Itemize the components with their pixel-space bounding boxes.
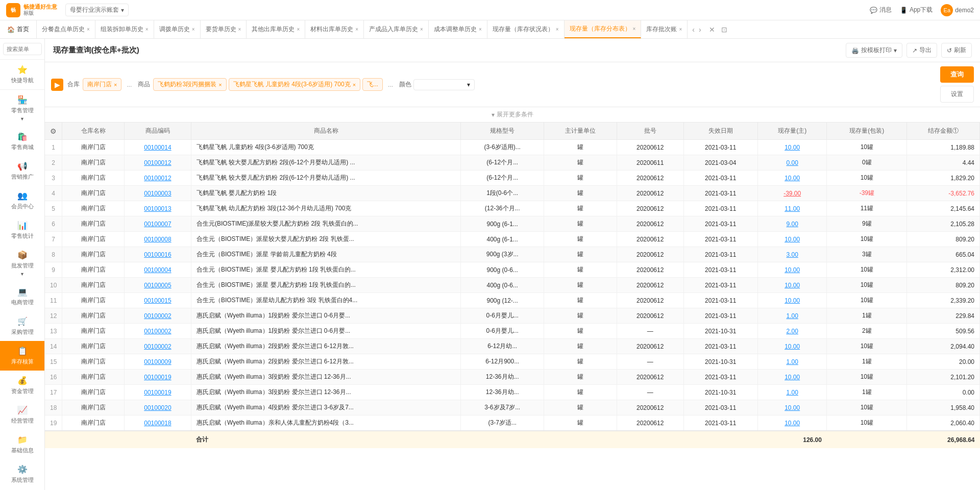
cell-warehouse: 南岸门店: [62, 278, 125, 293]
tab-yaohuo-history[interactable]: 要货单历史 ×: [201, 20, 247, 38]
cell-amount: 2,094.40: [907, 339, 980, 354]
tab-xianzailiang-fenbiao[interactable]: 现存量（库存分布表） ×: [565, 20, 642, 38]
cell-qty-main: 3.00: [757, 247, 827, 262]
sidebar-item-retail-mgmt[interactable]: 🏪 零售管理 ▼: [0, 90, 44, 127]
industry-selector[interactable]: 母婴行业演示账套 ▾: [65, 4, 129, 16]
message-action[interactable]: 💬 消息: [870, 6, 892, 14]
app-download-action[interactable]: 📱 App下载: [900, 6, 933, 14]
tab-kucun-pici[interactable]: 库存批次账 ×: [641, 20, 688, 38]
tab-chancheng-history[interactable]: 产成品入库单历史 ×: [364, 20, 429, 38]
cell-no: 14: [45, 339, 62, 354]
sidebar-item-ecommerce-mgmt[interactable]: 💻 电商管理: [0, 282, 44, 311]
tab-qita-close[interactable]: ×: [297, 27, 300, 32]
tab-kucun-pici-close[interactable]: ×: [679, 27, 682, 32]
sidebar-item-finance-mgmt[interactable]: 💰 资金管理: [0, 371, 44, 400]
tab-fenpi-close[interactable]: ×: [87, 27, 90, 32]
search-input[interactable]: [3, 43, 42, 55]
cell-expire: 2021-03-11: [683, 170, 757, 186]
logo-icon-text: 畅: [11, 7, 16, 14]
industry-arrow: ▾: [121, 7, 124, 14]
tab-chengben-close[interactable]: ×: [479, 27, 482, 32]
cell-code: 00100019: [124, 385, 191, 400]
col-code: 商品编码: [124, 122, 191, 140]
sidebar-item-retail-mall[interactable]: 🛍️ 零售商城: [0, 127, 44, 156]
tab-arrows: ‹ ›: [688, 20, 705, 38]
product-tag-0[interactable]: 飞鹤奶粉3段丙捆捆装 ×: [153, 78, 226, 91]
cell-warehouse: 南岸门店: [62, 400, 125, 415]
tab-qita-chuku-history[interactable]: 其他出库单历史 ×: [247, 20, 305, 38]
cell-qty-pkg: 9罐: [827, 216, 907, 232]
sidebar-item-operations-mgmt[interactable]: 📈 经营管理: [0, 400, 44, 430]
tab-xianzailiang-kuancang-close[interactable]: ×: [556, 27, 559, 32]
tab-zuche-close[interactable]: ×: [145, 27, 149, 32]
template-print-button[interactable]: 🖨️ 按模板打印 ▾: [846, 43, 902, 58]
cell-warehouse: 南岸门店: [62, 247, 125, 262]
sidebar: ⭐ 快捷导航 🏪 零售管理 ▼ 🛍️ 零售商城 📢 营销推广 👥 会员中心: [0, 39, 45, 490]
tab-scroll-right[interactable]: ›: [697, 26, 703, 34]
refresh-button[interactable]: ↺ 刷新: [941, 43, 972, 58]
wholesale-mgmt-icon: 📦: [17, 250, 28, 260]
settings-icon[interactable]: ⚙: [50, 127, 57, 135]
tab-xianzailiang-fenbiao-close[interactable]: ×: [633, 26, 636, 32]
cell-qty-main: 1.00: [757, 385, 827, 400]
table-row: 15 南岸门店 00100009 惠氏启赋（Wyeth illuma）2段奶粉 …: [45, 354, 980, 370]
expand-conditions-button[interactable]: ▾ 展开更多条件: [492, 110, 533, 119]
query-button[interactable]: 查询: [940, 66, 974, 83]
tab-yaohuo-close[interactable]: ×: [238, 27, 241, 32]
sidebar-item-retail-stats[interactable]: 📊 零售统计: [0, 215, 44, 245]
product-tag-0-remove[interactable]: ×: [218, 82, 222, 88]
export-button[interactable]: ↗ 导出: [906, 43, 937, 58]
tab-home[interactable]: 🏠 首页: [0, 20, 37, 38]
sidebar-item-marketing[interactable]: 📢 营销推广: [0, 156, 44, 186]
tab-chancheng-close[interactable]: ×: [420, 27, 423, 32]
cell-warehouse: 南岸门店: [62, 354, 125, 370]
maximize-icon: ⊡: [721, 26, 727, 34]
tab-close-all[interactable]: ✕: [706, 20, 718, 38]
tab-maximize[interactable]: ⊡: [718, 20, 730, 38]
cell-spec: 900g (6-1...: [461, 216, 544, 232]
cell-expire: 2021-03-11: [683, 201, 757, 216]
logo-area: 畅 畅捷通好生意 标版: [6, 3, 57, 17]
user-avatar[interactable]: Ea demo2: [941, 4, 974, 16]
settings-button[interactable]: 设置: [940, 86, 974, 103]
product-tag-1-remove[interactable]: ×: [353, 82, 356, 88]
footer-empty-2: [62, 431, 125, 448]
cell-warehouse: 南岸门店: [62, 201, 125, 216]
warehouse-filter-tag[interactable]: 南岸门店 ×: [83, 78, 121, 91]
product-tag-1[interactable]: 飞鹤星飞帆 儿童奶粉 4段(3-6岁适用) 700克 ×: [229, 78, 360, 91]
app-download-icon: 📱: [900, 7, 908, 14]
sidebar-item-system-mgmt[interactable]: ⚙️ 系统管理: [0, 459, 44, 489]
sidebar-item-quick-nav[interactable]: ⭐ 快捷导航: [0, 60, 44, 89]
cell-amount: 509.56: [907, 324, 980, 339]
tab-fenpi-history[interactable]: 分餐盘点单历史 ×: [37, 20, 95, 38]
sidebar-item-basic-info[interactable]: 📁 基础信息: [0, 430, 44, 459]
tab-chengben-history[interactable]: 成本调整单历史 ×: [429, 20, 487, 38]
cell-amount: 20.00: [907, 354, 980, 370]
cell-no: 15: [45, 354, 62, 370]
filter-expand-button[interactable]: ▶: [51, 79, 63, 91]
cell-code: 00100008: [124, 232, 191, 247]
sidebar-item-retail-stats-label: 零售统计: [11, 232, 34, 240]
tab-xianzailiang-kuancang[interactable]: 现存量（库存状况表） ×: [487, 20, 565, 38]
product-filter-ellipsis[interactable]: ...: [386, 81, 395, 88]
col-amount: 结存金额①: [907, 122, 980, 140]
tab-tiaopai-history[interactable]: 调拨单历史 ×: [154, 20, 201, 38]
sidebar-item-wholesale-mgmt[interactable]: 📦 批发管理 ▼: [0, 245, 44, 282]
warehouse-filter-ellipsis[interactable]: ...: [125, 81, 134, 88]
color-filter-select[interactable]: ▾: [413, 79, 475, 90]
tab-zuche-history[interactable]: 组装拆卸单历史 ×: [95, 20, 154, 38]
basic-info-icon: 📁: [17, 435, 28, 445]
footer-empty-5: [544, 431, 617, 448]
product-tag-2[interactable]: 飞...: [362, 78, 383, 91]
tab-cailiao-close[interactable]: ×: [355, 27, 358, 32]
table-row: 16 南岸门店 00100019 惠氏启赋（Wyeth illuma）3段奶粉 …: [45, 370, 980, 385]
warehouse-tag-remove[interactable]: ×: [114, 82, 117, 88]
sidebar-item-member-center[interactable]: 👥 会员中心: [0, 186, 44, 215]
sidebar-item-inventory-check[interactable]: 📋 库存核算: [0, 341, 44, 371]
tab-scroll-left[interactable]: ‹: [691, 26, 696, 34]
tab-cailiao-history[interactable]: 材料出库单历史 ×: [305, 20, 364, 38]
cell-no: 13: [45, 324, 62, 339]
retail-stats-icon: 📊: [17, 220, 28, 230]
sidebar-item-purchase-mgmt[interactable]: 🛒 采购管理: [0, 311, 44, 341]
tab-tiaopai-close[interactable]: ×: [192, 27, 195, 32]
